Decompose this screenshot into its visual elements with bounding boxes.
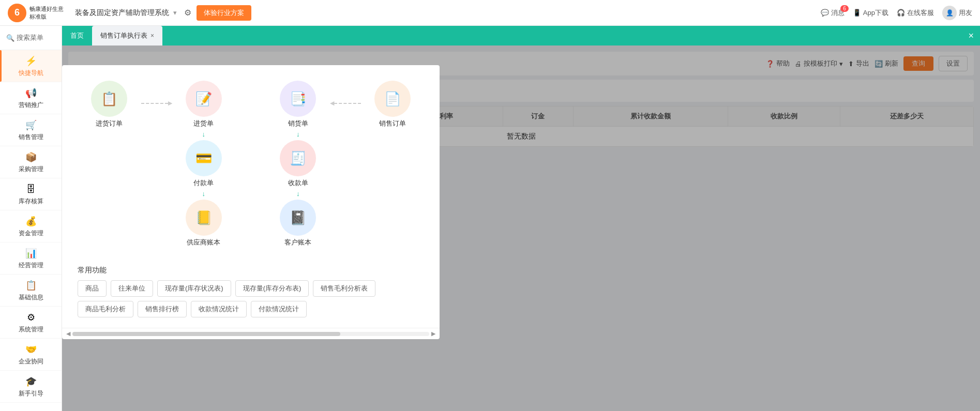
dropdown-arrow-icon[interactable]: ▾ — [173, 9, 177, 17]
sidebar-item-system[interactable]: ⚙ 系统管理 — [0, 307, 62, 339]
flow-labels-row-1: 进货订单 进货单 销货单 — [78, 119, 424, 128]
function-btn-商品[interactable]: 商品 — [78, 280, 107, 297]
flow-labels-row-2: 付款单 收款单 — [78, 178, 424, 188]
sidebar-label-newbie: 新手引导 — [19, 389, 43, 398]
sidebar-search[interactable]: 🔍 搜索菜单 — [0, 26, 62, 50]
sidebar-icon-quick-nav: ⚡ — [25, 55, 37, 67]
sidebar-icon-finance: 💰 — [25, 216, 37, 227]
logo-icon: 6 — [8, 4, 26, 22]
flow-diagram: 📋 ▶ — [78, 75, 424, 257]
sidebar-label-system: 系统管理 — [19, 325, 43, 334]
function-btn-付款情况统计[interactable]: 付款情况统计 — [251, 301, 307, 317]
sidebar-item-newbie[interactable]: 🎓 新手引导 — [0, 371, 62, 403]
sidebar-item-inventory[interactable]: 🗄 库存核算 — [0, 178, 62, 210]
message-btn[interactable]: 💬 消息 6 — [821, 8, 845, 18]
sidebar-item-marketing[interactable]: 📢 营销推广 — [0, 82, 62, 114]
label-purchase-order: 进货订单 — [78, 119, 141, 128]
flow-node-supplier[interactable]: 📒 — [186, 200, 222, 236]
flow-node-purchase-order[interactable]: 📋 — [91, 81, 127, 117]
function-btn-商品毛利分析[interactable]: 商品毛利分析 — [78, 301, 133, 317]
receipt-icon: 🧾 — [290, 150, 306, 166]
sidebar-icon-marketing: 📢 — [25, 87, 37, 99]
tab-bar: 首页 销售订单执行表 × × — [62, 26, 980, 45]
flow-cell-payment: 💳 — [172, 140, 236, 176]
sidebar-item-finance[interactable]: 💰 资金管理 — [0, 210, 62, 242]
payment-icon: 💳 — [195, 150, 212, 166]
tab-sales-order-exec[interactable]: 销售订单执行表 × — [92, 26, 162, 45]
sidebar-label-purchase: 采购管理 — [19, 165, 43, 174]
arrow-down-receipt: ↓ — [266, 190, 330, 197]
purchase-order-icon: 📋 — [101, 91, 117, 107]
flow-node-sales-bill[interactable]: 📑 — [280, 81, 316, 117]
sidebar: 🔍 搜索菜单 ⚡ 快捷导航📢 营销推广🛒 销售管理📦 采购管理🗄 库存核算💰 资… — [0, 26, 62, 411]
sidebar-icon-operations: 📊 — [25, 248, 37, 259]
flow-cell-supplier: 📒 — [172, 200, 236, 236]
arrow-down-pb: ↓ — [172, 130, 236, 138]
arrow-down-sb: ↓ — [266, 130, 330, 138]
sidebar-item-operations[interactable]: 📊 经营管理 — [0, 242, 62, 275]
flow-node-receipt[interactable]: 🧾 — [280, 140, 316, 176]
sidebar-icon-system: ⚙ — [25, 312, 37, 323]
top-header: 6 畅康通好生意 标准版 装备及固定资产辅助管理系统 ▾ ⚙ 体验行业方案 💬 … — [0, 0, 980, 26]
flow-cell-purchase-bill: 📝 — [172, 81, 236, 117]
headset-icon: 🎧 — [897, 9, 905, 17]
flow-node-customer[interactable]: 📓 — [280, 200, 316, 236]
scroll-left-icon[interactable]: ◀ — [66, 330, 70, 337]
sidebar-item-quick-nav[interactable]: ⚡ 快捷导航 — [0, 50, 62, 82]
modal-scrollbar: ◀ ▶ — [62, 328, 440, 339]
sidebar-label-finance: 资金管理 — [19, 229, 43, 238]
tab-close-icon[interactable]: × — [150, 32, 154, 39]
flow-cell-purchase-order: 📋 — [78, 81, 141, 117]
down-arrow-sb-icon: ↓ — [296, 130, 300, 138]
content-area: 首页 销售订单执行表 × × ❓ 帮助 🖨 按模板打印 ▾ — [62, 26, 980, 411]
sidebar-items: ⚡ 快捷导航📢 营销推广🛒 销售管理📦 采购管理🗄 库存核算💰 资金管理📊 经营… — [0, 50, 62, 403]
sidebar-label-sales: 销售管理 — [19, 133, 43, 142]
sidebar-icon-basics: 📋 — [25, 280, 37, 291]
flow-row-2: 💳 🧾 — [78, 140, 424, 176]
flow-cell-sales-bill: 📑 — [266, 81, 330, 117]
system-title: 装备及固定资产辅助管理系统 — [75, 8, 169, 18]
flow-node-purchase-bill[interactable]: 📝 — [186, 81, 222, 117]
user-menu[interactable]: 👤 用友 — [942, 6, 972, 20]
function-buttons: 商品往来单位现存量(库存状况表)现存量(库存分布表)销售毛利分析表商品毛利分析销… — [78, 280, 424, 317]
header-right: 💬 消息 6 📱 App下载 🎧 在线客服 👤 用友 — [821, 6, 972, 20]
flow-cell-sales-order: 📄 — [361, 81, 425, 117]
function-btn-现存量(库存分布表)[interactable]: 现存量(库存分布表) — [235, 280, 309, 297]
function-btn-收款情况统计[interactable]: 收款情况统计 — [191, 301, 247, 317]
sidebar-item-purchase[interactable]: 📦 采购管理 — [0, 146, 62, 178]
function-btn-销售毛利分析表[interactable]: 销售毛利分析表 — [313, 280, 375, 297]
flow-node-payment[interactable]: 💳 — [186, 140, 222, 176]
sidebar-label-operations: 经营管理 — [19, 261, 43, 270]
sidebar-label-enterprise: 企业协同 — [19, 357, 43, 366]
search-menu-btn[interactable]: 🔍 搜索菜单 — [4, 31, 57, 44]
down-arrow-receipt-icon: ↓ — [296, 190, 300, 197]
app-download-icon: 📱 — [853, 9, 861, 17]
function-btn-销售排行榜[interactable]: 销售排行榜 — [138, 301, 187, 317]
function-btn-现存量(库存状况表)[interactable]: 现存量(库存状况表) — [157, 280, 231, 297]
function-btn-往来单位[interactable]: 往来单位 — [111, 280, 153, 297]
flow-node-sales-order[interactable]: 📄 — [374, 81, 411, 117]
settings-icon[interactable]: ⚙ — [184, 8, 191, 18]
main-layout: 🔍 搜索菜单 ⚡ 快捷导航📢 营销推广🛒 销售管理📦 采购管理🗄 库存核算💰 资… — [0, 26, 980, 411]
message-icon: 💬 — [821, 9, 829, 17]
trial-button[interactable]: 体验行业方案 — [197, 5, 251, 21]
sidebar-item-sales[interactable]: 🛒 销售管理 — [0, 114, 62, 146]
online-service-btn[interactable]: 🎧 在线客服 — [897, 8, 934, 18]
sales-order-icon: 📄 — [384, 91, 401, 107]
label-customer: 客户账本 — [266, 238, 330, 247]
flow-row-1: 📋 ▶ — [78, 81, 424, 117]
tab-sales-label: 销售订单执行表 — [100, 31, 147, 40]
scroll-right-icon[interactable]: ▶ — [431, 330, 435, 337]
tab-close-all-icon[interactable]: × — [968, 31, 980, 41]
sidebar-item-basics[interactable]: 📋 基础信息 — [0, 275, 62, 307]
sidebar-item-enterprise[interactable]: 🤝 企业协同 — [0, 339, 62, 371]
tab-home[interactable]: 首页 — [62, 26, 92, 45]
app-download-btn[interactable]: 📱 App下载 — [853, 8, 888, 18]
common-functions-section: 常用功能 商品往来单位现存量(库存状况表)现存量(库存分布表)销售毛利分析表商品… — [78, 266, 424, 317]
modal-overlay: 📋 ▶ — [62, 45, 980, 411]
scrollbar-track[interactable] — [72, 332, 429, 336]
payment-label: 付款单 — [193, 178, 214, 188]
brand-text: 畅康通好生意 标准版 — [29, 5, 64, 20]
sidebar-label-inventory: 库存核算 — [19, 197, 43, 206]
page-content: ❓ 帮助 🖨 按模板打印 ▾ ⬆ 导出 🔄 刷新 查询 设置 — [62, 45, 980, 411]
